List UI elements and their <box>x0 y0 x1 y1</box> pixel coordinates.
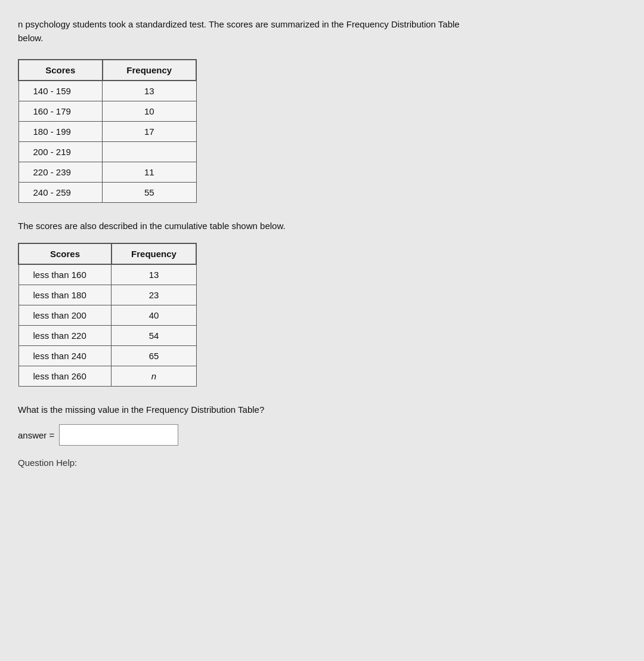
intro-text: n psychology students took a standardize… <box>18 18 471 45</box>
table-row: less than 20040 <box>18 305 196 326</box>
frequency-cell: 23 <box>112 285 196 305</box>
frequency-cell: 11 <box>103 162 196 183</box>
scores-cell: 140 - 159 <box>18 81 103 101</box>
table-row: 140 - 15913 <box>18 81 196 101</box>
table-row: less than 16013 <box>18 264 196 285</box>
scores-cell: less than 220 <box>18 326 112 346</box>
table-row: 240 - 25955 <box>18 183 196 203</box>
between-text: The scores are also described in the cum… <box>18 221 626 231</box>
freq-table-frequency-header: Frequency <box>103 60 196 81</box>
table-row: 160 - 17910 <box>18 101 196 122</box>
table-row: less than 24065 <box>18 346 196 366</box>
scores-cell: 180 - 199 <box>18 122 103 142</box>
frequency-cell: 55 <box>103 183 196 203</box>
frequency-cell: 65 <box>112 346 196 366</box>
frequency-cell: 13 <box>103 81 196 101</box>
scores-cell: 220 - 239 <box>18 162 103 183</box>
frequency-distribution-table: Scores Frequency 140 - 15913160 - 179101… <box>18 59 197 203</box>
table-row: 220 - 23911 <box>18 162 196 183</box>
frequency-cell: 54 <box>112 326 196 346</box>
question-help-label: Question Help: <box>18 458 626 468</box>
scores-cell: 240 - 259 <box>18 183 103 203</box>
scores-cell: less than 200 <box>18 305 112 326</box>
frequency-cell: n <box>112 366 196 387</box>
table-row: less than 18023 <box>18 285 196 305</box>
scores-cell: 200 - 219 <box>18 142 103 162</box>
scores-cell: less than 240 <box>18 346 112 366</box>
scores-cell: 160 - 179 <box>18 101 103 122</box>
cum-table-scores-header: Scores <box>18 243 112 264</box>
answer-input[interactable] <box>59 424 178 446</box>
question-text: What is the missing value in the Frequen… <box>18 404 626 415</box>
scores-cell: less than 160 <box>18 264 112 285</box>
frequency-cell: 40 <box>112 305 196 326</box>
frequency-cell: 10 <box>103 101 196 122</box>
answer-label: answer = <box>18 430 54 440</box>
scores-cell: less than 180 <box>18 285 112 305</box>
frequency-cell: 17 <box>103 122 196 142</box>
freq-table-scores-header: Scores <box>18 60 103 81</box>
table-row: less than 22054 <box>18 326 196 346</box>
frequency-cell: 13 <box>112 264 196 285</box>
frequency-cell <box>103 142 196 162</box>
table-row: less than 260n <box>18 366 196 387</box>
cumulative-frequency-table: Scores Frequency less than 16013less tha… <box>18 243 197 387</box>
table-row: 200 - 219 <box>18 142 196 162</box>
table-row: 180 - 19917 <box>18 122 196 142</box>
cum-table-frequency-header: Frequency <box>112 243 196 264</box>
answer-row: answer = <box>18 424 626 446</box>
scores-cell: less than 260 <box>18 366 112 387</box>
